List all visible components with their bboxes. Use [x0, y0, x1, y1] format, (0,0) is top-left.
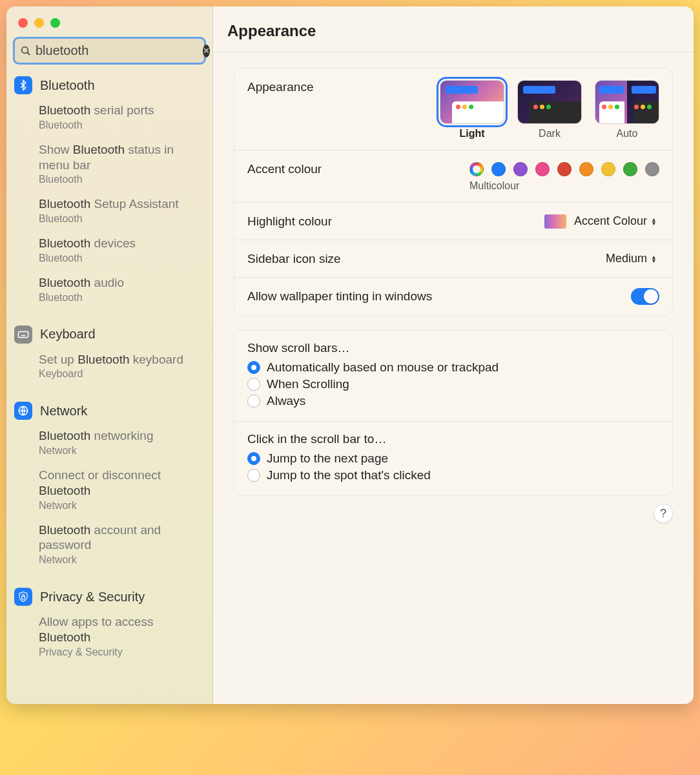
click-scroll-bar-option[interactable]: Jump to the next page [247, 451, 659, 466]
sidebar-head-label: Keyboard [40, 327, 96, 342]
search-result-item[interactable]: Connect or disconnect Bluetooth Network [13, 466, 206, 521]
highlight-colour-swatch [544, 214, 566, 229]
search-result-sub: Bluetooth [39, 253, 206, 264]
sidebar-section-network: Network Bluetooth networking Network Con… [13, 400, 206, 575]
appearance-mode-thumb[interactable] [517, 80, 582, 124]
highlight-colour-dropdown[interactable]: Accent Colour ▲▼ [571, 213, 659, 229]
radio-label: When Scrolling [267, 377, 349, 391]
accent-colour-option[interactable] [491, 162, 506, 176]
search-result-item[interactable]: Bluetooth account and password Network [13, 521, 206, 575]
highlight-colour-value: Accent Colour [574, 214, 647, 228]
svg-point-0 [22, 46, 28, 53]
click-scroll-bar-option[interactable]: Jump to the spot that's clicked [247, 468, 659, 482]
privacy-icon [14, 588, 32, 606]
search-result-title: Bluetooth networking [39, 428, 206, 444]
minimize-window-button[interactable] [34, 18, 44, 28]
appearance-mode-label-text: Dark [539, 128, 561, 140]
accent-colour-option[interactable] [469, 162, 484, 176]
search-result-title: Bluetooth audio [39, 275, 206, 291]
search-result-title: Bluetooth serial ports [39, 103, 206, 118]
search-result-title: Bluetooth devices [39, 236, 206, 251]
radio-button[interactable] [247, 395, 260, 408]
appearance-mode-label-text: Light [459, 128, 484, 140]
show-scroll-bars-option[interactable]: Automatically based on mouse or trackpad [247, 360, 659, 375]
appearance-mode-auto[interactable]: Auto [595, 80, 659, 140]
show-scroll-bars-option[interactable]: When Scrolling [247, 377, 659, 391]
sidebar-head-label: Network [40, 404, 87, 418]
sidebar-head-network[interactable]: Network [13, 400, 206, 426]
search-result-item[interactable]: Allow apps to access Bluetooth Privacy &… [13, 612, 206, 667]
search-result-item[interactable]: Bluetooth serial ports Bluetooth [13, 101, 206, 140]
svg-rect-2 [19, 331, 28, 337]
chevron-updown-icon: ▲▼ [651, 255, 657, 263]
search-input[interactable] [32, 42, 203, 59]
network-icon [14, 402, 32, 420]
radio-label: Jump to the spot that's clicked [267, 468, 431, 482]
radio-button[interactable] [247, 469, 260, 482]
accent-colour-option[interactable] [601, 162, 615, 176]
search-icon [20, 45, 32, 57]
accent-colour-option[interactable] [645, 162, 659, 176]
accent-colour-option[interactable] [513, 162, 528, 176]
radio-button[interactable] [247, 452, 260, 465]
accent-colour-option[interactable] [623, 162, 637, 176]
search-result-title: Allow apps to access Bluetooth [39, 614, 206, 645]
search-result-item[interactable]: Set up Bluetooth keyboard Keyboard [13, 350, 206, 389]
clear-search-button[interactable]: ✕ [203, 45, 210, 57]
appearance-mode-light[interactable]: Light [440, 80, 504, 140]
search-result-title: Bluetooth account and password [39, 522, 206, 553]
radio-button[interactable] [247, 361, 260, 374]
search-field-container[interactable]: ✕ [13, 37, 206, 65]
search-result-title: Show Bluetooth status in menu bar [39, 142, 206, 173]
search-result-sub: Network [39, 445, 206, 457]
accent-colour-option[interactable] [557, 162, 571, 176]
click-scroll-bar-group: Click in the scroll bar to… Jump to the … [234, 422, 672, 495]
sidebar-icon-size-dropdown[interactable]: Medium ▲▼ [603, 251, 659, 267]
search-result-item[interactable]: Bluetooth Setup Assistant Bluetooth [13, 194, 206, 234]
appearance-mode-label-text: Auto [617, 128, 638, 140]
appearance-mode-thumb[interactable] [595, 80, 659, 124]
search-result-sub: Bluetooth [39, 292, 206, 304]
show-scroll-bars-option[interactable]: Always [247, 394, 659, 408]
search-result-item[interactable]: Bluetooth devices Bluetooth [13, 234, 206, 273]
wallpaper-tinting-row: Allow wallpaper tinting in windows [234, 278, 672, 315]
show-scroll-bars-title: Show scroll bars… [247, 341, 659, 355]
search-result-sub: Network [39, 500, 206, 512]
sidebar-section-privacy: Privacy & Security Allow apps to access … [13, 586, 206, 667]
appearance-mode-thumb[interactable] [440, 80, 504, 124]
close-window-button[interactable] [18, 18, 28, 28]
appearance-mode-options: Light Dark Auto [440, 80, 659, 140]
search-result-title: Connect or disconnect Bluetooth [39, 468, 206, 499]
search-result-sub: Keyboard [39, 368, 206, 380]
search-result-sub: Bluetooth [39, 174, 206, 185]
radio-label: Always [267, 394, 305, 408]
settings-window: ✕ Bluetooth Bluetooth serial ports Bluet… [6, 6, 694, 704]
search-result-sub: Bluetooth [39, 213, 206, 225]
search-result-sub: Network [39, 554, 206, 566]
sidebar-head-keyboard[interactable]: Keyboard [13, 324, 206, 350]
sidebar-icon-size-row: Sidebar icon size Medium ▲▼ [234, 240, 672, 278]
bluetooth-icon [14, 76, 32, 94]
wallpaper-tinting-toggle[interactable] [631, 288, 659, 305]
click-scroll-bar-title: Click in the scroll bar to… [247, 432, 659, 446]
search-result-item[interactable]: Show Bluetooth status in menu bar Blueto… [13, 140, 206, 195]
appearance-mode-row: Appearance Light Dark Auto [234, 68, 672, 150]
appearance-mode-label: Appearance [247, 80, 313, 94]
appearance-mode-dark[interactable]: Dark [517, 80, 582, 140]
appearance-panel: Appearance Light Dark Auto Accent colour… [234, 68, 673, 316]
sidebar-icon-size-label: Sidebar icon size [247, 252, 341, 266]
help-button[interactable]: ? [654, 504, 673, 523]
search-result-item[interactable]: Bluetooth audio Bluetooth [13, 273, 206, 313]
sidebar-head-label: Privacy & Security [40, 590, 145, 604]
search-result-item[interactable]: Bluetooth networking Network [13, 426, 206, 466]
sidebar-head-bluetooth[interactable]: Bluetooth [13, 75, 206, 101]
sidebar-section-keyboard: Keyboard Set up Bluetooth keyboard Keybo… [13, 324, 206, 389]
accent-colour-option[interactable] [535, 162, 550, 176]
sidebar-icon-size-value: Medium [606, 252, 647, 265]
radio-button[interactable] [247, 378, 260, 391]
maximize-window-button[interactable] [50, 18, 60, 28]
sidebar-head-privacy[interactable]: Privacy & Security [13, 586, 206, 612]
radio-label: Automatically based on mouse or trackpad [267, 360, 499, 375]
svg-line-1 [27, 52, 30, 55]
accent-colour-option[interactable] [579, 162, 593, 176]
